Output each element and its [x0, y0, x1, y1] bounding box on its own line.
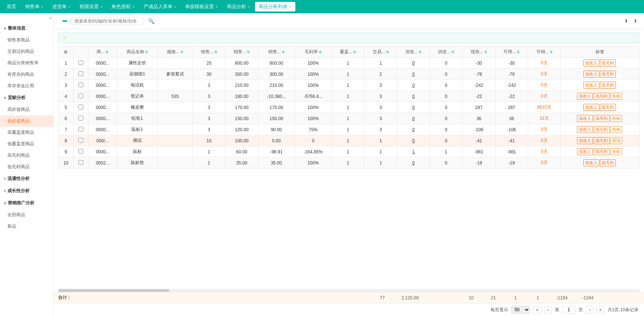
time-badge[interactable] [62, 20, 67, 22]
next-page-button[interactable]: › [586, 306, 593, 313]
cell-checkbox[interactable] [73, 80, 88, 91]
search-icon[interactable]: 🔍 [148, 18, 154, 24]
row-checkbox[interactable] [78, 105, 83, 109]
cell-browse1[interactable]: 0 [397, 58, 430, 69]
sidebar-item-全部商品[interactable]: 全部商品 [0, 209, 53, 221]
col-header-browse2[interactable]: 浏览...⇅ [430, 47, 462, 58]
cell-browse1[interactable]: 1 [397, 146, 430, 157]
nav-close-icon[interactable]: × [68, 4, 70, 9]
page-input[interactable] [562, 306, 576, 313]
sidebar-item-高覆盖度商品[interactable]: 高覆盖度商品 [0, 127, 53, 138]
scroll-bar-area[interactable] [58, 289, 640, 292]
nav-item-首页[interactable]: 首页 [3, 2, 20, 11]
row-checkbox[interactable] [78, 127, 83, 132]
browse1-link[interactable]: 0 [412, 72, 415, 77]
cell-checkbox[interactable] [73, 124, 88, 135]
browse1-link[interactable]: 0 [412, 61, 415, 66]
cell-checkbox[interactable] [73, 102, 88, 113]
cell-checkbox[interactable] [73, 146, 88, 157]
nav-item-进货单[interactable]: 进货单× [48, 2, 74, 11]
prev-page-button[interactable]: ‹ [544, 306, 552, 313]
row-checkbox[interactable] [78, 94, 83, 98]
nav-close-icon[interactable]: × [215, 4, 218, 9]
browse1-link[interactable]: 0 [412, 116, 415, 121]
sidebar-item-销售类商品[interactable]: 销售类商品 [0, 34, 53, 46]
col-header-available[interactable]: 可用...⇅ [495, 47, 528, 58]
row-checkbox[interactable] [78, 71, 83, 76]
nav-close-icon[interactable]: × [41, 4, 43, 9]
col-header-gross_rate[interactable]: 毛利率⇅ [295, 47, 332, 58]
sidebar-section-整体信息[interactable]: ∨整体信息 [0, 22, 53, 34]
sidebar-item-交易过的商品[interactable]: 交易过的商品 [0, 46, 53, 57]
cell-checkbox[interactable] [73, 58, 88, 69]
scroll-bar-thumb[interactable] [58, 289, 169, 292]
sidebar-item-低毛利商品[interactable]: 低毛利商品 [0, 161, 53, 173]
cell-browse1[interactable]: 0 [397, 113, 430, 124]
sidebar-item-库存资金占用[interactable]: 库存资金占用 [0, 80, 53, 92]
col-header-coverage[interactable]: 覆盖...⇅ [332, 47, 364, 58]
sidebar-section-贡献分析[interactable]: ∨贡献分析 [0, 92, 53, 104]
sidebar-section-流通性分析[interactable]: >流通性分析 [0, 173, 53, 185]
col-header-spec[interactable]: 规格...⇅ [158, 47, 193, 58]
col-header-name[interactable]: 商品名称⇅ [117, 47, 158, 58]
cell-browse1[interactable]: 0 [397, 69, 430, 80]
browse1-link[interactable]: 1 [412, 149, 415, 154]
sidebar-item-有库存的商品[interactable]: 有库存的商品 [0, 69, 53, 80]
nav-item-产成品入库单[interactable]: 产成品入库单× [140, 2, 180, 11]
cell-browse1[interactable]: 0 [397, 80, 430, 91]
first-page-button[interactable]: « [533, 306, 541, 313]
sidebar-item-低覆盖度商品[interactable]: 低覆盖度商品 [0, 138, 53, 150]
cell-checkbox[interactable] [73, 157, 88, 169]
nav-item-商品分析[interactable]: 商品分析× [223, 2, 254, 11]
col-header-browse1[interactable]: 浏览...⇅ [397, 47, 430, 58]
sidebar-item-新品[interactable]: 新品 [0, 221, 53, 232]
cell-checkbox[interactable] [73, 113, 88, 124]
sidebar-item-高毛利商品[interactable]: 高毛利商品 [0, 150, 53, 161]
col-header-sales_cost[interactable]: 销售...⇅ [258, 47, 295, 58]
row-checkbox[interactable] [78, 82, 83, 87]
nav-item-商品分析列表[interactable]: 商品分析列表× [255, 2, 295, 11]
sidebar-item-商品分类销售率[interactable]: 商品分类销售率 [0, 57, 53, 69]
nav-close-icon[interactable]: × [132, 4, 134, 9]
cell-checkbox[interactable] [73, 135, 88, 146]
nav-item-角色授权[interactable]: 角色授权× [108, 2, 138, 11]
cell-browse1[interactable]: 0 [397, 157, 430, 169]
col-header-sales_qty[interactable]: 销售...⇅ [192, 47, 225, 58]
col-header-saleable[interactable]: 可销...⇅ [528, 47, 560, 58]
sidebar-collapse-button[interactable]: « [0, 13, 53, 22]
nav-close-icon[interactable]: × [174, 4, 176, 9]
share-button[interactable]: ⬆ [624, 18, 629, 24]
col-header-trade[interactable]: 交易...⇅ [364, 47, 397, 58]
last-page-button[interactable]: » [596, 306, 605, 313]
cell-checkbox[interactable] [73, 91, 88, 102]
cell-browse1[interactable]: 0 [397, 102, 430, 113]
sidebar-section-营销推广分析[interactable]: ∨营销推广分析 [0, 197, 53, 209]
cell-browse1[interactable]: 0 [397, 124, 430, 135]
row-checkbox[interactable] [78, 60, 83, 65]
browse1-link[interactable]: 0 [412, 160, 415, 166]
cell-checkbox[interactable] [73, 69, 88, 80]
export-button[interactable]: ⬇ [634, 18, 638, 24]
per-page-select[interactable]: 50 100 [511, 306, 530, 314]
col-header-sales_amt[interactable]: 销售...⇅ [225, 47, 258, 58]
nav-close-icon[interactable]: × [289, 4, 291, 9]
cell-browse1[interactable]: 0 [397, 91, 430, 102]
cell-browse1[interactable]: 0 [397, 135, 430, 146]
browse1-link[interactable]: 0 [412, 83, 415, 88]
browse1-link[interactable]: 0 [412, 105, 415, 110]
nav-close-icon[interactable]: × [100, 4, 103, 9]
browse1-link[interactable]: 0 [412, 127, 415, 132]
col-header-current[interactable]: 现有...⇅ [463, 47, 495, 58]
nav-close-icon[interactable]: × [248, 4, 250, 9]
row-checkbox[interactable] [78, 138, 83, 143]
row-checkbox[interactable] [78, 116, 83, 120]
row-checkbox[interactable] [78, 149, 83, 154]
nav-item-单据模板设置[interactable]: 单据模板设置× [181, 2, 221, 11]
search-input[interactable] [70, 17, 144, 25]
sidebar-item-低价值商品[interactable]: 低价值商品 [0, 115, 53, 127]
browse1-link[interactable]: 0 [412, 94, 415, 99]
sidebar-item-高价值商品[interactable]: 高价值商品 [0, 104, 53, 115]
col-header-code[interactable]: 商...⇅ [88, 47, 117, 58]
sidebar-section-成长性分析[interactable]: >成长性分析 [0, 185, 53, 197]
nav-item-销售单[interactable]: 销售单× [21, 2, 47, 11]
